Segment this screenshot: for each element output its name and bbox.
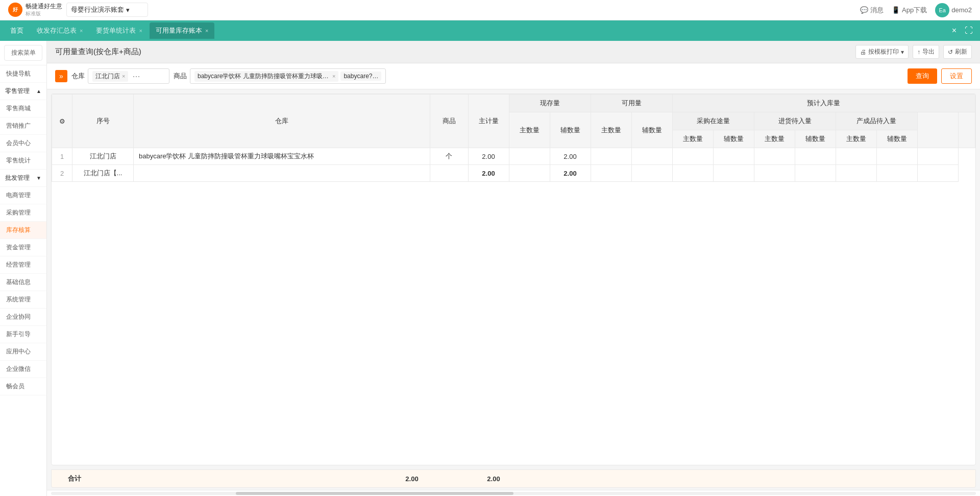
th-pi-aux [958, 112, 975, 148]
th-product: 商品 [430, 95, 468, 148]
warehouse-more[interactable]: ··· [130, 71, 142, 82]
product-input[interactable]: babycare学饮杯 儿童防摔防撞吸管杯重力球吸嘴杯宝宝水杯 × babyca… [190, 68, 386, 84]
message-icon: 💬 [860, 6, 868, 14]
scroll-bar-track[interactable] [51, 492, 976, 495]
th-index: 序号 [72, 95, 134, 148]
warehouse-tag-close[interactable]: × [122, 73, 125, 79]
filter-warehouse-group: 仓库 江北门店 × ··· [71, 68, 169, 84]
tab-home[interactable]: 首页 [4, 22, 30, 39]
product-tag-extra-value: babycare?… [344, 73, 378, 80]
th-gear[interactable]: ⚙ [52, 95, 72, 148]
product-tag-close[interactable]: × [332, 73, 335, 79]
sidebar-item-basic-info[interactable]: 基础信息 [0, 274, 46, 291]
sidebar-item-vip-member[interactable]: 畅会员 [0, 378, 46, 395]
close-all-button[interactable]: × [949, 25, 960, 36]
print-icon: 🖨 [860, 49, 866, 56]
print-button[interactable]: 🖨 按模板打印 ▾ [855, 45, 909, 59]
refresh-icon: ↺ [948, 49, 953, 56]
sidebar-item-quick-nav[interactable]: 快捷导航 [0, 65, 46, 83]
sidebar-item-sys-mgmt[interactable]: 系统管理 [0, 291, 46, 309]
app-download-action[interactable]: 📱 App下载 [892, 6, 927, 15]
product-tag: babycare学饮杯 儿童防摔防撞吸管杯重力球吸嘴杯宝宝水杯 × [194, 71, 338, 82]
tab-available-close[interactable]: × [205, 28, 208, 34]
row2-stock-aux [509, 165, 550, 182]
filter-expand-button[interactable]: » [55, 70, 67, 82]
logo-icon: 好 [8, 3, 22, 17]
tab-order[interactable]: 要货单统计表 × [90, 22, 148, 39]
warehouse-tag: 江北门店 × [92, 71, 128, 82]
sidebar-item-enterprise-wechat[interactable]: 企业微信 [0, 361, 46, 378]
tab-receivable[interactable]: 收发存汇总表 × [31, 22, 89, 39]
row1-stock-main: 2.00 [468, 148, 509, 165]
query-button[interactable]: 查询 [908, 68, 937, 84]
org-selector[interactable]: 母婴行业演示账套 ▾ [66, 3, 148, 17]
sidebar-item-finance[interactable]: 资金管理 [0, 239, 46, 256]
page-header: 可用量查询(按仓库+商品) 🖨 按模板打印 ▾ ↑ 导出 ↺ 刷新 [47, 41, 980, 63]
user-menu[interactable]: Ea demo2 [935, 3, 972, 17]
row1-pp-main [713, 148, 754, 165]
message-action[interactable]: 💬 消息 [860, 6, 884, 15]
th-stock-aux: 辅数量 [550, 112, 591, 148]
row1-pi-aux [672, 148, 713, 165]
row2-product-main [795, 165, 836, 182]
org-name: 母婴行业演示账套 [71, 5, 124, 14]
filter-bar: » 仓库 江北门店 × ··· 商品 babycare学饮杯 儿童防摔防撞吸管杯… [47, 63, 980, 89]
sidebar-item-ops-mgmt[interactable]: 经营管理 [0, 256, 46, 274]
warehouse-tag-value: 江北门店 [95, 72, 120, 81]
sidebar-item-wholesale-mgmt[interactable]: 批发管理 ▼ [0, 170, 46, 187]
sidebar-search-area: 搜索菜单 [0, 41, 46, 65]
sidebar-item-retail-stats[interactable]: 零售统计 [0, 152, 46, 170]
tab-receivable-label: 收发存汇总表 [37, 26, 77, 35]
retail-mgmt-arrow: ▲ [36, 88, 41, 94]
th-current-stock: 现存量 [509, 95, 591, 112]
row2-warehouse: 江北门店【... [72, 165, 134, 182]
row1-pi-main [631, 148, 672, 165]
th-purchase-incoming: 采购在途量 [672, 112, 754, 130]
logo-text: 畅捷通好生意 [26, 3, 62, 10]
main-layout: 搜索菜单 快捷导航 零售管理 ▲ 零售商城 营销推广 会员中心 零售统计 批发管… [0, 41, 980, 496]
th-purchase-incoming-main: 主数量 [672, 130, 713, 148]
print-label: 按模板打印 [868, 48, 899, 56]
row1-available-main: 2.00 [550, 148, 591, 165]
row2-main-unit [430, 165, 468, 182]
table-container: ⚙ 序号 仓库 商品 主计量 现存量 可用量 预计入库量 主数量 辅数量 主数量 [51, 93, 976, 465]
sidebar-item-purchase-mgmt[interactable]: 采购管理 [0, 204, 46, 222]
sidebar-item-marketing[interactable]: 营销推广 [0, 117, 46, 135]
logo-sub: 标准版 [26, 10, 62, 17]
org-dropdown-icon: ▾ [126, 6, 130, 14]
scroll-bar-thumb[interactable] [236, 492, 513, 495]
th-warehouse: 仓库 [134, 95, 430, 148]
row2-pi-main [631, 165, 672, 182]
print-dropdown-icon: ▾ [901, 49, 904, 56]
tab-available[interactable]: 可用量库存账本 × [150, 22, 214, 39]
export-button[interactable]: ↑ 导出 [913, 45, 939, 59]
logo-text-block: 畅捷通好生意 标准版 [26, 3, 62, 17]
tab-order-close[interactable]: × [139, 28, 142, 34]
sidebar-item-inventory[interactable]: 库存核算 [0, 222, 46, 239]
sidebar-item-new-guide[interactable]: 新手引导 [0, 326, 46, 343]
gear-icon: ⚙ [59, 117, 65, 125]
sidebar-item-retail-mgmt[interactable]: 零售管理 ▲ [0, 83, 46, 100]
row1-available-aux [591, 148, 631, 165]
product-tag-extra: babycare?… [340, 72, 381, 81]
sidebar-search-button[interactable]: 搜索菜单 [4, 45, 42, 61]
sidebar: 搜索菜单 快捷导航 零售管理 ▲ 零售商城 营销推广 会员中心 零售统计 批发管… [0, 41, 47, 496]
sidebar-item-ecommerce[interactable]: 电商管理 [0, 187, 46, 204]
th-purchase-pending-main: 主数量 [754, 130, 795, 148]
sidebar-item-enterprise-collab[interactable]: 企业协同 [0, 309, 46, 326]
footer-label: 合计 [60, 474, 391, 483]
maximize-button[interactable]: ⛶ [962, 25, 976, 36]
row2-extra2 [917, 165, 958, 182]
warehouse-input[interactable]: 江北门店 × ··· [88, 68, 169, 84]
row2-product [134, 165, 430, 182]
tab-receivable-close[interactable]: × [80, 28, 83, 34]
sidebar-item-retail-mall[interactable]: 零售商城 [0, 100, 46, 117]
table-row: 2 江北门店【... 2.00 2.00 [52, 165, 975, 182]
wholesale-mgmt-label: 批发管理 [5, 174, 30, 182]
logo-area: 好 畅捷通好生意 标准版 [8, 3, 62, 17]
settings-button[interactable]: 设置 [941, 68, 972, 84]
sidebar-item-app-center[interactable]: 应用中心 [0, 343, 46, 361]
sidebar-item-member-center[interactable]: 会员中心 [0, 135, 46, 152]
refresh-button[interactable]: ↺ 刷新 [943, 45, 972, 59]
row1-extra2 [917, 148, 958, 165]
